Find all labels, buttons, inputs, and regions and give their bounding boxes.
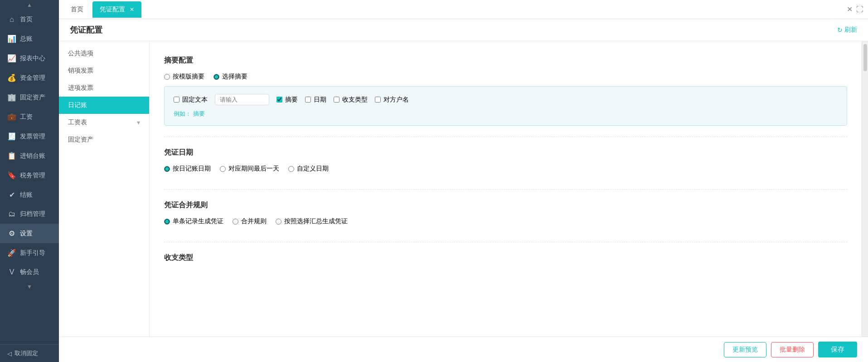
sidebar-item-settings[interactable]: ⚙ 设置 [0,224,59,243]
left-nav-sales-invoice[interactable]: 销项发票 [59,62,149,79]
ledger-icon: 📊 [7,34,16,43]
radio-custom-date-input[interactable] [288,166,294,172]
sidebar-item-archive[interactable]: 🗂 归档管理 [0,205,59,224]
sidebar-item-home[interactable]: ⌂ 首页 [0,10,59,29]
radio-single-record-input[interactable] [164,219,170,225]
main-area: 首页 凭证配置 ✕ ✕ ⛶ 凭证配置 ↻ 刷新 公共选项 销项发票 进 [59,0,868,362]
radio-single-record[interactable]: 单条记录生成凭证 [164,217,223,225]
checkbox-income-type[interactable]: 收支类型 [334,96,368,104]
sidebar-item-reports[interactable]: 📈 报表中心 [0,49,59,68]
batch-delete-button[interactable]: 批量删除 [771,342,814,357]
voucher-date-radio-row: 按日记账日期 对应期间最后一天 自定义日期 [164,165,847,173]
tab-controls: ✕ ⛶ [847,5,863,14]
radio-merge-rules[interactable]: 合并规则 [233,217,267,225]
left-nav-public[interactable]: 公共选项 [59,45,149,62]
checkbox-summary[interactable]: 摘要 [276,96,298,104]
radio-select-summary-input[interactable] [213,74,219,80]
radio-template-summary[interactable]: 按模版摘要 [164,73,204,81]
section-merge-rules: 凭证合并规则 单条记录生成凭证 合并规则 按照选择汇总生成凭证 [164,201,847,242]
left-nav-payroll-table[interactable]: 工资表 ▾ [59,114,149,131]
sidebar-item-vip[interactable]: V 畅会员 [0,263,59,282]
reports-icon: 📈 [7,54,16,63]
checkbox-fixed-text[interactable]: 固定文本 [174,96,208,104]
radio-custom-date[interactable]: 自定义日期 [288,165,329,173]
checkbox-counterpart-input[interactable] [375,97,381,103]
refresh-icon: ↻ [837,26,843,34]
checkbox-fixed-text-input[interactable] [174,97,179,103]
radio-by-journal-date-input[interactable] [164,166,170,172]
checkbox-counterpart[interactable]: 对方户名 [375,96,409,104]
funds-icon: 💰 [7,73,16,82]
vip-icon: V [7,268,16,276]
update-preview-button[interactable]: 更新预览 [724,342,766,357]
summary-box: 固定文本 摘要 日期 收支类型 [164,86,847,126]
sidebar: ▲ ⌂ 首页 📊 总账 📈 报表中心 💰 资金管理 🏢 固定资产 💼 工资 🧾 … [0,0,59,362]
radio-by-selection-input[interactable] [276,219,281,225]
chevron-down-icon: ▾ [137,119,140,126]
tab-voucher-config[interactable]: 凭证配置 ✕ [92,1,141,18]
settings-icon: ⚙ [7,229,16,238]
sidebar-item-funds[interactable]: 💰 资金管理 [0,68,59,88]
left-nav-fixed-assets[interactable]: 固定资产 [59,131,149,148]
radio-merge-rules-input[interactable] [233,219,238,225]
guide-icon: 🚀 [7,249,16,257]
sidebar-scroll-up[interactable]: ▲ [0,0,59,10]
right-content: 摘要配置 按模版摘要 选择摘要 固定文本 [150,41,862,337]
scroll-track [862,41,868,337]
content-wrapper: 公共选项 销项发票 进项发票 日记账 工资表 ▾ 固定资产 摘要配置 [59,41,868,337]
sidebar-item-guide[interactable]: 🚀 新手引导 [0,243,59,263]
summary-config-title: 摘要配置 [164,56,847,65]
page-title: 凭证配置 [70,24,102,35]
sidebar-item-payroll[interactable]: 💼 工资 [0,107,59,127]
section-voucher-date: 凭证日期 按日记账日期 对应期间最后一天 自定义日期 [164,148,847,190]
assets-icon: 🏢 [7,93,16,102]
home-icon: ⌂ [7,15,16,24]
invoice-mgmt-icon: 🧾 [7,132,16,141]
sidebar-scroll-down[interactable]: ▼ [0,282,59,292]
tab-expand-btn[interactable]: ⛶ [856,5,863,14]
tab-close-voucher[interactable]: ✕ [130,6,134,13]
radio-template-summary-input[interactable] [164,74,170,80]
tab-home[interactable]: 首页 [63,1,91,18]
payroll-icon: 💼 [7,113,16,121]
left-nav-journal[interactable]: 日记账 [59,97,149,114]
scroll-thumb[interactable] [863,44,867,71]
sidebar-item-ledger[interactable]: 📊 总账 [0,29,59,49]
radio-last-day-of-period-input[interactable] [220,166,226,172]
summary-example: 例如： 摘要 [174,110,838,118]
merge-rules-title: 凭证合并规则 [164,201,847,210]
save-button[interactable]: 保存 [818,342,857,357]
checkbox-date[interactable]: 日期 [305,96,326,104]
summary-fields-row: 固定文本 摘要 日期 收支类型 [174,94,838,105]
merge-rules-radio-row: 单条记录生成凭证 合并规则 按照选择汇总生成凭证 [164,217,847,225]
checkbox-income-type-input[interactable] [334,97,339,103]
fixed-text-input[interactable] [215,94,269,105]
unpin-icon: ◁ [7,350,12,357]
refresh-button[interactable]: ↻ 刷新 [837,26,857,34]
checkbox-summary-input[interactable] [276,97,282,103]
page-header: 凭证配置 ↻ 刷新 [59,19,868,41]
section-summary-config: 摘要配置 按模版摘要 选择摘要 固定文本 [164,56,847,137]
tab-close-window-btn[interactable]: ✕ [847,5,853,14]
sidebar-item-settlement[interactable]: ✔ 结账 [0,185,59,205]
tab-bar: 首页 凭证配置 ✕ ✕ ⛶ [59,0,868,19]
sidebar-unpin[interactable]: ◁ 取消固定 [0,344,59,362]
radio-by-selection[interactable]: 按照选择汇总生成凭证 [276,217,348,225]
sidebar-item-invoice-mgmt[interactable]: 🧾 发票管理 [0,127,59,146]
income-expense-title: 收支类型 [164,253,847,263]
radio-last-day-of-period[interactable]: 对应期间最后一天 [220,165,279,173]
sidebar-item-tax[interactable]: 🔖 税务管理 [0,166,59,185]
archive-icon: 🗂 [7,210,16,218]
purchases-icon: 📋 [7,152,16,160]
tax-icon: 🔖 [7,171,16,180]
settlement-icon: ✔ [7,191,16,199]
radio-select-summary[interactable]: 选择摘要 [213,73,247,81]
checkbox-date-input[interactable] [305,97,311,103]
sidebar-item-assets[interactable]: 🏢 固定资产 [0,88,59,107]
radio-by-journal-date[interactable]: 按日记账日期 [164,165,211,173]
section-income-expense: 收支类型 [164,253,847,281]
left-nav: 公共选项 销项发票 进项发票 日记账 工资表 ▾ 固定资产 [59,41,150,337]
voucher-date-title: 凭证日期 [164,148,847,157]
sidebar-item-purchases[interactable]: 📋 进销台账 [0,146,59,166]
left-nav-purchase-invoice[interactable]: 进项发票 [59,79,149,97]
